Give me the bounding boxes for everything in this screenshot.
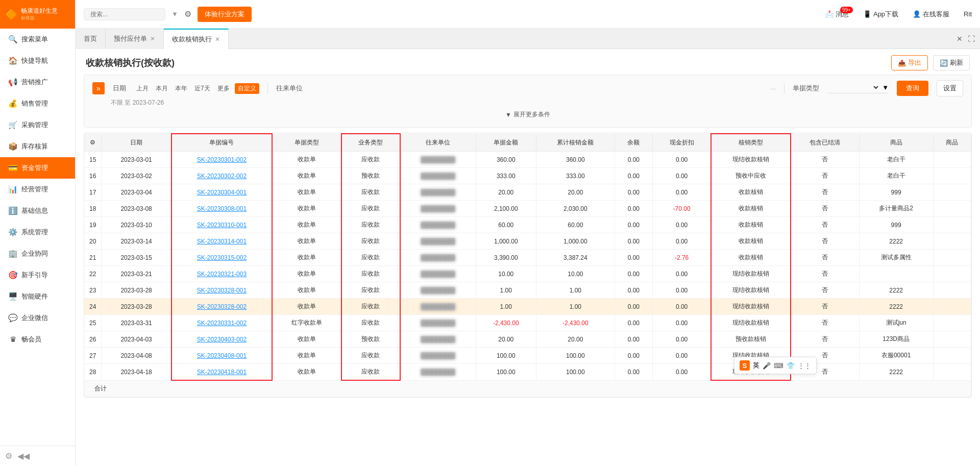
- order-link[interactable]: SK-20230408-001: [197, 352, 247, 359]
- order-link[interactable]: SK-20230308-001: [197, 205, 247, 212]
- sidebar-item-guide[interactable]: 🎯新手引导: [0, 264, 75, 286]
- order-link[interactable]: SK-20230328-002: [197, 303, 247, 310]
- order-link[interactable]: SK-20230328-001: [197, 287, 247, 294]
- query-button[interactable]: 查询: [897, 81, 928, 96]
- td-verified: 100.00: [536, 364, 615, 381]
- sidebar-item-basic[interactable]: ℹ️基础信息: [0, 200, 75, 222]
- sidebar-item-operation[interactable]: 📊经营管理: [0, 179, 75, 200]
- custom-btn[interactable]: 自定义: [235, 83, 259, 94]
- refresh-button[interactable]: 🔄 刷新: [933, 55, 970, 70]
- sidebar-item-sales[interactable]: 💰销售管理: [0, 93, 75, 114]
- table-row[interactable]: 16 2023-03-02 SK-20230302-002 收款单 预收款 ██…: [84, 168, 971, 184]
- th-settings[interactable]: ⚙: [84, 134, 102, 152]
- table-row[interactable]: 19 2023-03-10 SK-20230310-001 收款单 应收款 ██…: [84, 217, 971, 233]
- sidebar-label-marketing: 营销推广: [21, 78, 48, 87]
- settings-icon[interactable]: ⚙: [5, 451, 12, 461]
- td-discount: -70.00: [652, 201, 711, 217]
- table-row[interactable]: 23 2023-03-28 SK-20230328-001 收款单 应收款 ██…: [84, 282, 971, 299]
- expand-tabs-icon[interactable]: ⛶: [968, 35, 975, 43]
- mic-icon[interactable]: 🎤: [763, 362, 771, 370]
- td-included: 否: [791, 250, 860, 266]
- type-select[interactable]: [827, 83, 880, 92]
- tab-home[interactable]: 首页: [76, 29, 106, 49]
- gear-icon[interactable]: ⚙: [184, 9, 191, 19]
- table-row[interactable]: 15 2023-03-01 SK-20230301-002 收款单 应收款 ██…: [84, 152, 971, 168]
- sidebar-item-hardware[interactable]: 🖥️智能硬件: [0, 286, 75, 307]
- sidebar-label-inventory: 库存核算: [21, 142, 48, 151]
- table-row[interactable]: 17 2023-03-04 SK-20230304-001 收款单 应收款 ██…: [84, 184, 971, 201]
- order-link[interactable]: SK-20230304-001: [197, 189, 247, 196]
- last-month-btn[interactable]: 上月: [134, 83, 151, 94]
- order-link[interactable]: SK-20230321-003: [197, 271, 247, 278]
- chevron-down-icon[interactable]: ▼: [172, 10, 178, 18]
- unit-input[interactable]: [307, 85, 766, 92]
- this-month-btn[interactable]: 本月: [154, 83, 170, 94]
- search-input[interactable]: [84, 8, 165, 20]
- last-7days-btn[interactable]: 近7天: [192, 83, 212, 94]
- unit-value: ████████: [421, 205, 455, 212]
- table-row[interactable]: 24 2023-03-28 SK-20230328-002 收款单 应收款 ██…: [84, 299, 971, 315]
- order-link[interactable]: SK-20230418-001: [197, 369, 247, 376]
- table-row[interactable]: 20 2023-03-14 SK-20230314-001 收款单 应收款 ██…: [84, 233, 971, 250]
- sidebar-item-corp[interactable]: 🏢企业协同: [0, 243, 75, 264]
- table-row[interactable]: 26 2023-04-03 SK-20230403-002 收款单 预收款 ██…: [84, 331, 971, 348]
- expand-button[interactable]: ▼ 展开更多条件: [92, 110, 963, 119]
- td-date: 2023-03-08: [102, 201, 172, 217]
- order-link[interactable]: SK-20230331-002: [197, 320, 247, 327]
- order-link[interactable]: SK-20230310-001: [197, 222, 247, 229]
- filter-date-buttons: 上月 本月 本年 近7天 更多 自定义: [134, 83, 259, 94]
- close-all-icon[interactable]: ✕: [957, 35, 963, 43]
- sidebar-item-inventory[interactable]: 📦库存核算: [0, 136, 75, 157]
- td-order-type: 收款单: [272, 348, 341, 364]
- order-link[interactable]: SK-20230302-002: [197, 173, 247, 180]
- order-link[interactable]: SK-20230403-002: [197, 336, 247, 343]
- order-link[interactable]: SK-20230314-001: [197, 238, 247, 245]
- order-link[interactable]: SK-20230301-002: [197, 156, 247, 163]
- more-btn[interactable]: 更多: [215, 83, 232, 94]
- user-account[interactable]: Rit: [964, 10, 972, 18]
- td-amount: 1,000.00: [476, 233, 536, 250]
- app-download-button[interactable]: 📱 App下载: [863, 10, 898, 19]
- solution-button[interactable]: 体验行业方案: [198, 7, 252, 22]
- tab-close-prepay[interactable]: ✕: [150, 35, 155, 42]
- td-balance: 0.00: [615, 299, 652, 315]
- table-row[interactable]: 25 2023-03-31 SK-20230331-002 红字收款单 应收款 …: [84, 315, 971, 331]
- th-order-type: 单据类型: [272, 134, 341, 152]
- notification-button[interactable]: 📩 消息 99+: [825, 10, 849, 19]
- td-balance: 0.00: [615, 250, 652, 266]
- th-order-no: 单据编号: [172, 134, 272, 152]
- table-row[interactable]: 22 2023-03-21 SK-20230321-003 收款单 应收款 ██…: [84, 266, 971, 282]
- sidebar-item-system[interactable]: ⚙️系统管理: [0, 222, 75, 243]
- table-row[interactable]: 27 2023-04-08 SK-20230408-001 收款单 应收款 ██…: [84, 348, 971, 364]
- td-no: 23: [84, 282, 102, 299]
- grid-icon[interactable]: ⋮⋮: [798, 362, 811, 370]
- sidebar-item-wechat[interactable]: 💬企业微信: [0, 307, 75, 329]
- sidebar-item-member[interactable]: ♛畅会员: [0, 329, 75, 350]
- tab-prepay[interactable]: 预付应付单✕: [106, 29, 164, 49]
- service-button[interactable]: 👤 在线客服: [913, 10, 949, 19]
- sidebar-item-marketing[interactable]: 📢营销推广: [0, 71, 75, 93]
- td-balance: 0.00: [615, 315, 652, 331]
- collapse-icon[interactable]: ◀◀: [17, 451, 30, 461]
- td-included: 否: [791, 217, 860, 233]
- sidebar-item-quicknav[interactable]: 🏠快捷导航: [0, 50, 75, 71]
- order-link[interactable]: SK-20230315-002: [197, 254, 247, 261]
- sidebar-item-finance[interactable]: 💳资金管理: [0, 157, 75, 179]
- export-button[interactable]: 📤 导出: [891, 55, 928, 70]
- filter-settings-button[interactable]: 设置: [937, 80, 963, 96]
- this-year-btn[interactable]: 本年: [173, 83, 189, 94]
- tab-collection[interactable]: 收款核销执行✕: [164, 29, 229, 49]
- sidebar-item-purchase[interactable]: 🛒采购管理: [0, 114, 75, 136]
- tab-close-collection[interactable]: ✕: [215, 36, 220, 43]
- keyboard-icon[interactable]: ⌨: [774, 362, 783, 370]
- tab-label-collection: 收款核销执行: [172, 35, 212, 44]
- td-unit: ████████: [400, 331, 476, 348]
- sidebar-item-search[interactable]: 🔍搜索菜单: [0, 29, 75, 50]
- table-row[interactable]: 28 2023-04-18 SK-20230418-001 收款单 应收款 ██…: [84, 364, 971, 381]
- table-row[interactable]: 21 2023-03-15 SK-20230315-002 收款单 应收款 ██…: [84, 250, 971, 266]
- filter-toggle[interactable]: »: [92, 82, 105, 94]
- td-amount: 2,100.00: [476, 201, 536, 217]
- td-no: 20: [84, 233, 102, 250]
- shirt-icon[interactable]: 👕: [787, 362, 795, 370]
- table-row[interactable]: 18 2023-03-08 SK-20230308-001 收款单 应收款 ██…: [84, 201, 971, 217]
